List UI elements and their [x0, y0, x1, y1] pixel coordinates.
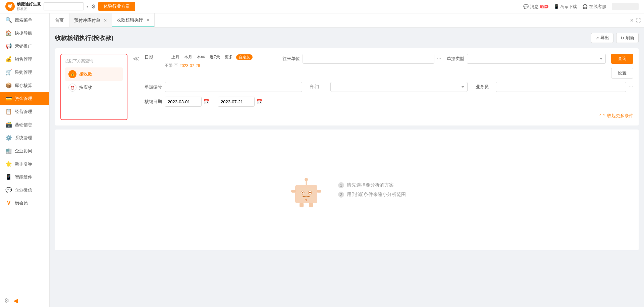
collapse-label: 收起更多条件	[607, 113, 633, 119]
tab-actions: ✕ ⛶	[627, 18, 644, 23]
topbar-left: 畅 畅捷通好生意 标准版 ▾ ⚙ 体验行业方案	[5, 2, 135, 11]
date-label: 日期	[145, 54, 162, 60]
verify-date-start-input[interactable]	[165, 97, 202, 107]
date-7days-btn[interactable]: 近7天	[208, 54, 221, 61]
topbar-chevron-icon[interactable]: ▾	[87, 5, 88, 8]
logo-char: 畅	[8, 3, 12, 9]
sidebar-item-operation[interactable]: 📋 经营管理	[0, 105, 49, 118]
staff-dots-icon[interactable]: ···	[629, 84, 633, 90]
tab-home[interactable]: 首页	[50, 13, 69, 27]
filter-option-by-receivable[interactable]: ⏰ 按应收	[65, 81, 123, 94]
verify-date-range: 📅 — 📅	[165, 97, 305, 107]
partner-input[interactable]	[303, 54, 434, 64]
export-button[interactable]: ↗ 导出	[591, 33, 613, 43]
tab-receipt-offset[interactable]: 收款核销执行 ✕	[112, 13, 155, 27]
page-header-actions: ↗ 导出 ↻ 刷新	[591, 33, 639, 43]
sidebar-collapse-icon[interactable]: ◀	[13, 297, 18, 304]
sidebar-item-basic-info[interactable]: 🗃️ 基础信息	[0, 118, 49, 131]
sidebar-item-inventory[interactable]: 📦 库存核算	[0, 79, 49, 92]
tab-receipt-close-icon[interactable]: ✕	[146, 18, 150, 22]
verify-date-start-calendar-icon[interactable]: 📅	[204, 99, 209, 104]
collapse-bar: ⌃⌃ 收起更多条件	[145, 111, 633, 120]
logo-badge: 标准版	[17, 7, 41, 11]
svg-rect-8	[317, 190, 321, 193]
headset-icon: 🎧	[582, 4, 588, 9]
tab-maximize-icon[interactable]: ⛶	[636, 18, 641, 23]
filter-row-2: 单据编号 部门 业务员	[145, 82, 633, 92]
sidebar-item-hardware[interactable]: 📱 智能硬件	[0, 170, 49, 184]
tab-prepay[interactable]: 预付冲应付单 ✕	[69, 13, 112, 27]
svg-rect-10	[309, 203, 313, 207]
filter-row-1: 日期 上月 本月 本年 近7天 更多 自定义	[145, 54, 633, 79]
doc-no-input[interactable]	[165, 82, 302, 92]
sidebar-item-sales[interactable]: 💰 销售管理	[0, 53, 49, 66]
refresh-button[interactable]: ↻ 刷新	[616, 33, 639, 43]
messages-item[interactable]: 💬 消息 99+	[523, 4, 548, 10]
date-this-year-btn[interactable]: 本年	[196, 54, 206, 61]
partner-dots-icon[interactable]: ···	[437, 56, 441, 62]
by-receivable-label: 按应收	[79, 85, 92, 91]
sidebar-settings-icon[interactable]: ⚙	[4, 297, 9, 304]
date-this-month-btn[interactable]: 本月	[183, 54, 194, 61]
sidebar-item-wechat[interactable]: 💬 企业微信	[0, 184, 49, 197]
svg-point-5	[309, 192, 311, 194]
date-last-month-btn[interactable]: 上月	[170, 54, 181, 61]
collapse-more-conditions-btn[interactable]: ⌃⌃ 收起更多条件	[598, 113, 633, 119]
empty-hint-1: 1 请先选择要分析的方案	[338, 182, 406, 188]
hint-2-text: 用[过滤]条件来缩小分析范围	[347, 192, 406, 198]
tab-close-window-icon[interactable]: ✕	[630, 18, 634, 23]
sidebar-item-finance[interactable]: 💳 资金管理	[0, 92, 49, 105]
sidebar-item-system[interactable]: ⚙️ 系统管理	[0, 131, 49, 144]
verify-date-field: 核销日期 📅 — 📅	[145, 97, 305, 107]
sidebar-item-search-menu[interactable]: 🔍 搜索菜单	[0, 13, 49, 27]
finance-icon: 💳	[5, 95, 12, 102]
topbar-title-input	[44, 2, 84, 10]
empty-state-card: ? 1	[55, 130, 639, 250]
doc-type-select[interactable]	[467, 54, 606, 64]
online-service-item[interactable]: 🎧 在线客服	[582, 4, 606, 10]
filter-sidebar: 按以下方案查询 💰 按收款 ⏰ 按应收	[60, 54, 127, 120]
verify-date-end-calendar-icon[interactable]: 📅	[257, 99, 262, 104]
filter-collapse-sidebar-btn[interactable]: ≪	[131, 55, 141, 62]
sidebar: 🔍 搜索菜单 🏠 快捷导航 📢 营销推广 💰 销售管理 🛒 采购管理 📦 库存核…	[0, 13, 50, 307]
main-layout: 🔍 搜索菜单 🏠 快捷导航 📢 营销推广 💰 销售管理 🛒 采购管理 📦 库存核…	[0, 13, 644, 307]
svg-point-4	[302, 192, 304, 194]
sidebar-item-purchase[interactable]: 🛒 采购管理	[0, 66, 49, 79]
topbar-gear-icon[interactable]: ⚙	[91, 3, 96, 10]
sidebar-label-member: 畅会员	[15, 200, 28, 206]
verify-date-end-input[interactable]	[218, 97, 255, 107]
sidebar-item-marketing[interactable]: 📢 营销推广	[0, 40, 49, 53]
user-avatar[interactable]	[612, 3, 639, 10]
staff-input[interactable]	[496, 82, 626, 92]
app-download-label: App下载	[560, 4, 577, 10]
query-button[interactable]: 查询	[611, 54, 633, 64]
logo-icon: 畅	[5, 2, 15, 11]
solution-button[interactable]: 体验行业方案	[98, 2, 135, 11]
sidebar-item-member[interactable]: V 畅会员	[0, 197, 49, 209]
filter-option-by-receipt[interactable]: 💰 按收款	[65, 67, 123, 81]
system-icon: ⚙️	[5, 135, 12, 141]
date-more-btn[interactable]: 更多	[223, 54, 234, 61]
hardware-icon: 📱	[5, 174, 12, 180]
topbar-right: 💬 消息 99+ 📱 App下载 🎧 在线客服	[523, 3, 639, 10]
department-field: 部门	[310, 82, 468, 92]
department-select[interactable]	[330, 82, 468, 92]
page-header: 收款核销执行(按收款) ↗ 导出 ↻ 刷新	[55, 33, 639, 43]
collapse-icon: ⌃⌃	[598, 113, 606, 118]
sidebar-item-guide[interactable]: 🌟 新手引导	[0, 157, 49, 170]
tab-prepay-close-icon[interactable]: ✕	[104, 18, 107, 23]
app-download-item[interactable]: 📱 App下载	[554, 4, 577, 10]
sidebar-item-enterprise[interactable]: 🏢 企业协同	[0, 144, 49, 157]
date-custom-badge: 自定义	[236, 54, 253, 60]
sidebar-label-marketing: 营销推广	[15, 43, 32, 49]
settings-button[interactable]: 设置	[611, 68, 633, 79]
date-field-group: 日期 上月 本月 本年 近7天 更多 自定义	[145, 54, 277, 68]
by-receipt-icon: 💰	[68, 70, 76, 78]
verify-date-separator: —	[211, 99, 216, 104]
svg-point-12	[305, 178, 308, 181]
step-2-icon: 2	[338, 192, 344, 198]
logo-text: 畅捷通好生意	[17, 2, 41, 6]
sidebar-item-quick-nav[interactable]: 🏠 快捷导航	[0, 27, 49, 40]
staff-field: 业务员 ···	[476, 82, 633, 92]
tab-prepay-label: 预付冲应付单	[74, 17, 100, 23]
